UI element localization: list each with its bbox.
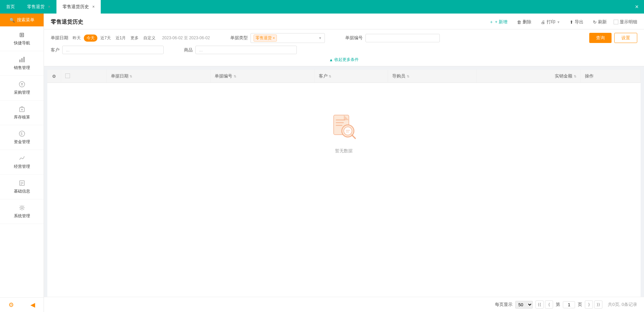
tab-retail-return[interactable]: 零售退货 × (21, 0, 56, 14)
table-header-settings[interactable]: ⚙ (47, 70, 61, 83)
tab-home[interactable]: 首页 (0, 0, 21, 14)
tag-remove-icon[interactable]: × (273, 36, 275, 40)
table-header-customer[interactable]: 客户 ⇅ (314, 70, 388, 83)
table-header-amount[interactable]: 实销金额 ⇅ (477, 70, 581, 83)
first-page-button[interactable]: ⟨⟨ (535, 300, 544, 309)
svg-rect-9 (20, 181, 24, 185)
refresh-button[interactable]: ↻ 刷新 (590, 18, 610, 26)
table-settings-icon[interactable]: ⚙ (52, 74, 56, 79)
goods-placeholder: ... (199, 47, 203, 52)
per-page-select[interactable]: 50 10 20 100 (515, 301, 533, 309)
data-table: ⚙ 单据日期 ⇅ 单据编号 ⇅ (47, 70, 641, 181)
date-opt-7days[interactable]: 近7天 (99, 35, 113, 42)
svg-text:$: $ (21, 132, 23, 136)
sidebar: 🔍 搜索菜单 ⊞ 快捷导航 销售管理 采购管理 库存核算 (0, 14, 44, 312)
sidebar-item-base-info[interactable]: 基础信息 (0, 175, 44, 199)
filter-voucher-type: 单据类型 零售退货 × ▼ (230, 33, 325, 43)
goods-input[interactable]: ... (195, 46, 297, 54)
date-opt-1month[interactable]: 近1月 (114, 35, 128, 42)
refresh-label: 刷新 (598, 19, 607, 25)
sidebar-item-quick-nav[interactable]: ⊞ 快捷导航 (0, 26, 44, 51)
prev-page-button[interactable]: ⟨ (545, 300, 553, 309)
voucher-no-sort-icon: ⇅ (234, 74, 236, 78)
tab-retail-return-close[interactable]: × (48, 4, 50, 9)
customer-placeholder: ... (66, 47, 70, 52)
filter-date: 单据日期 昨天 今天 近7天 近1月 更多 自定义 2023-06-02 至 2… (51, 35, 210, 42)
sidebar-item-sales-mgmt[interactable]: 销售管理 (0, 51, 44, 76)
settings-bottom-icon[interactable]: ⚙ (8, 301, 14, 309)
svg-rect-2 (23, 57, 25, 62)
customer-input[interactable]: ... (62, 46, 164, 54)
next-page-button[interactable]: ⟩ (585, 300, 593, 309)
date-filter-label: 单据日期 (51, 35, 68, 41)
page-title: 零售退货历史 (51, 19, 83, 26)
content-area: 零售退货历史 ＋ + 新增 🗑 删除 🖨 打印 ▼ (44, 14, 644, 312)
quick-nav-icon: ⊞ (18, 31, 26, 39)
table-header-operation-label: 操作 (585, 73, 594, 79)
sidebar-search[interactable]: 🔍 搜索菜单 (0, 14, 44, 26)
search-icon: 🔍 (9, 18, 15, 23)
base-info-icon (18, 179, 26, 187)
tab-retail-return-history-close[interactable]: × (92, 4, 95, 9)
filter-goods: 商品 ... (184, 46, 297, 54)
filter-voucher-no: 单据编号 (345, 34, 440, 42)
per-page-label: 每页显示 (495, 302, 512, 308)
filter-row-2: 客户 ... 商品 ... (51, 46, 637, 54)
table-header-date[interactable]: 单据日期 ⇅ (106, 70, 211, 83)
collapse-button[interactable]: ▲ 收起更多条件 (329, 57, 359, 63)
collapse-sidebar-icon[interactable]: ◀ (30, 301, 35, 309)
export-button[interactable]: ⬆ 导出 (567, 18, 586, 26)
page-suffix: 页 (578, 302, 582, 308)
page-number-input[interactable] (563, 301, 575, 308)
action-buttons: 查询 设置 (589, 33, 637, 43)
voucher-type-select[interactable]: 零售退货 × ▼ (251, 33, 325, 43)
sidebar-item-purchase-mgmt[interactable]: 采购管理 (0, 76, 44, 101)
new-label: + 新增 (495, 19, 507, 25)
sidebar-item-inventory[interactable]: 库存核算 (0, 101, 44, 125)
topbar: 首页 零售退货 × 零售退货历史 × × (0, 0, 644, 14)
delete-icon: 🗑 (517, 20, 521, 25)
delete-button[interactable]: 🗑 删除 (514, 18, 534, 26)
display-checkbox[interactable] (614, 20, 618, 24)
filter-area: 单据日期 昨天 今天 近7天 近1月 更多 自定义 2023-06-02 至 2… (44, 29, 644, 66)
svg-point-13 (21, 207, 23, 209)
table-header-checkbox[interactable] (61, 70, 106, 83)
table-header-guide[interactable]: 导购员 ⇅ (388, 70, 477, 83)
voucher-no-input[interactable] (365, 34, 440, 42)
date-opt-yesterday[interactable]: 昨天 (71, 35, 82, 42)
sidebar-search-label: 搜索菜单 (17, 17, 34, 23)
select-dropdown-icon: ▼ (318, 36, 322, 40)
sidebar-item-finance[interactable]: $ 资金管理 (0, 125, 44, 150)
date-opt-more[interactable]: 更多 (129, 35, 140, 42)
svg-rect-17 (336, 125, 342, 126)
new-button[interactable]: ＋ + 新增 (486, 18, 510, 26)
voucher-type-tag: 零售退货 × (254, 35, 277, 42)
settings-button[interactable]: 设置 (614, 33, 637, 43)
sidebar-item-label: 销售管理 (14, 65, 30, 71)
sidebar-item-operations[interactable]: 经营管理 (0, 150, 44, 175)
print-icon: 🖨 (541, 20, 545, 25)
svg-rect-15 (336, 119, 345, 120)
filter-row-1: 单据日期 昨天 今天 近7天 近1月 更多 自定义 2023-06-02 至 2… (51, 33, 637, 43)
last-page-button[interactable]: ⟩⟩ (594, 300, 602, 309)
window-close-button[interactable]: × (635, 3, 639, 10)
filter-customer: 客户 ... (51, 46, 164, 54)
date-opt-custom[interactable]: 自定义 (142, 35, 157, 42)
select-all-checkbox[interactable] (65, 73, 70, 78)
topbar-tabs: 首页 零售退货 × 零售退货历史 × (0, 0, 644, 14)
purchase-mgmt-icon (18, 81, 26, 88)
display-toggle[interactable]: 显示明细 (614, 19, 637, 25)
date-opt-today[interactable]: 今天 (84, 35, 97, 42)
collapse-icon: ▲ (329, 58, 333, 62)
date-range-display: 2023-06-02 至 2023-06-02 (162, 35, 210, 41)
sidebar-item-system-mgmt[interactable]: 系统管理 (0, 199, 44, 224)
sidebar-bottom: ⚙ ◀ (0, 297, 44, 312)
total-info: 共0页, 0条记录 (608, 302, 637, 308)
empty-state: 暂无数据 (47, 83, 641, 181)
table-header-voucher-no[interactable]: 单据编号 ⇅ (211, 70, 315, 83)
query-button[interactable]: 查询 (589, 33, 612, 43)
tab-retail-return-history[interactable]: 零售退货历史 × (56, 0, 101, 14)
inventory-icon (18, 105, 26, 113)
print-button[interactable]: 🖨 打印 ▼ (538, 18, 563, 26)
empty-illustration (327, 110, 361, 144)
